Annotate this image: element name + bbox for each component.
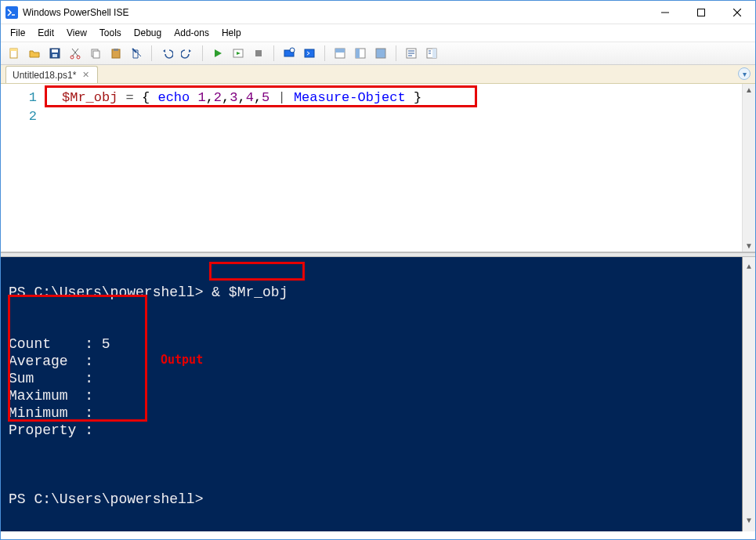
minimize-button[interactable]	[647, 1, 683, 24]
svg-rect-20	[255, 50, 262, 56]
menu-help[interactable]: Help	[215, 25, 248, 41]
menu-tools[interactable]: Tools	[93, 25, 128, 41]
copy-button[interactable]	[87, 45, 104, 62]
tab-close-icon[interactable]: ✕	[81, 70, 91, 80]
scroll-down-icon[interactable]: ▼	[745, 241, 753, 250]
new-remote-tab-button[interactable]	[280, 45, 298, 62]
window-edge	[1, 531, 755, 539]
code-line-1: $Mr_obj = { echo 1,2,3,4,5 | Measure-Obj…	[62, 89, 742, 107]
line-number: 2	[1, 107, 37, 126]
scroll-up-icon[interactable]: ▲	[745, 85, 753, 94]
output-line: Sum :	[9, 371, 93, 386]
output-line: Maximum :	[9, 388, 93, 404]
prompt: PS C:\Users\powershell>	[9, 491, 203, 507]
svg-point-22	[290, 48, 295, 53]
open-file-button[interactable]	[26, 45, 43, 62]
annotation-label: Output	[161, 351, 203, 368]
menu-file[interactable]: File	[4, 25, 31, 41]
svg-rect-7	[10, 49, 17, 51]
file-tab[interactable]: Untitled18.ps1* ✕	[5, 66, 98, 83]
file-tab-label: Untitled18.ps1*	[13, 70, 76, 81]
stop-button[interactable]	[250, 45, 267, 62]
menu-bar: File Edit View Tools Debug Add-ons Help	[1, 24, 755, 42]
show-command-addon-button[interactable]	[423, 45, 440, 62]
output-line: Count : 5	[9, 336, 110, 352]
annotation-box	[209, 262, 305, 281]
menu-edit[interactable]: Edit	[31, 25, 60, 41]
console-pane[interactable]: PS C:\Users\powershell> & $Mr_obj Count …	[1, 257, 755, 531]
script-editor-pane[interactable]: 1 2 $Mr_obj = { echo 1,2,3,4,5 | Measure…	[1, 84, 755, 252]
svg-rect-16	[93, 51, 99, 58]
run-script-button[interactable]	[209, 45, 226, 62]
undo-button[interactable]	[158, 45, 175, 62]
line-number: 1	[1, 89, 37, 107]
cut-button[interactable]	[67, 45, 84, 62]
output-line: Property :	[9, 422, 93, 438]
app-icon	[5, 6, 18, 19]
layout-full-button[interactable]	[372, 45, 389, 62]
toolbar-separator	[273, 45, 274, 61]
svg-rect-27	[356, 49, 360, 58]
svg-rect-3	[698, 9, 705, 16]
svg-rect-18	[114, 49, 118, 51]
svg-rect-10	[52, 54, 57, 57]
menu-addons[interactable]: Add-ons	[168, 25, 215, 41]
console-command: & $Mr_obj	[203, 284, 288, 300]
toolbar	[1, 42, 755, 65]
redo-button[interactable]	[179, 45, 196, 62]
menu-view[interactable]: View	[60, 25, 93, 41]
save-file-button[interactable]	[46, 45, 63, 62]
toolbar-separator	[151, 45, 152, 61]
svg-rect-25	[335, 49, 345, 53]
output-line: Average :	[9, 353, 93, 369]
toolbar-separator	[202, 45, 203, 61]
close-button[interactable]	[719, 1, 755, 24]
editor-scrollbar[interactable]: ▲ ▼	[742, 84, 755, 252]
scroll-up-icon[interactable]: ▲	[747, 259, 751, 276]
layout-script-top-button[interactable]	[331, 45, 349, 62]
prompt: PS C:\Users\powershell>	[9, 284, 203, 300]
svg-rect-9	[52, 49, 58, 53]
layout-side-by-side-button[interactable]	[352, 45, 369, 62]
title-bar: Windows PowerShell ISE	[1, 1, 755, 24]
paste-button[interactable]	[107, 45, 125, 62]
toolbar-separator	[324, 45, 325, 61]
maximize-button[interactable]	[683, 1, 719, 24]
start-powershell-button[interactable]	[301, 45, 318, 62]
output-line: Minimum :	[9, 405, 93, 421]
tab-strip: Untitled18.ps1* ✕ ▾	[1, 65, 755, 84]
svg-rect-34	[432, 49, 436, 58]
run-selection-button[interactable]	[230, 45, 247, 62]
svg-rect-28	[376, 49, 385, 58]
toolbar-separator	[396, 45, 396, 61]
console-scrollbar[interactable]: ▲ ▼	[742, 257, 755, 531]
clear-button[interactable]	[128, 45, 145, 62]
new-file-button[interactable]	[5, 45, 23, 62]
scroll-down-icon[interactable]: ▼	[747, 513, 751, 530]
show-command-button[interactable]	[403, 45, 420, 62]
menu-debug[interactable]: Debug	[128, 25, 168, 41]
expand-script-pane-button[interactable]: ▾	[738, 67, 751, 80]
code-area[interactable]: $Mr_obj = { echo 1,2,3,4,5 | Measure-Obj…	[48, 84, 742, 252]
line-number-gutter: 1 2	[1, 84, 48, 252]
window-title: Windows PowerShell ISE	[23, 7, 128, 18]
